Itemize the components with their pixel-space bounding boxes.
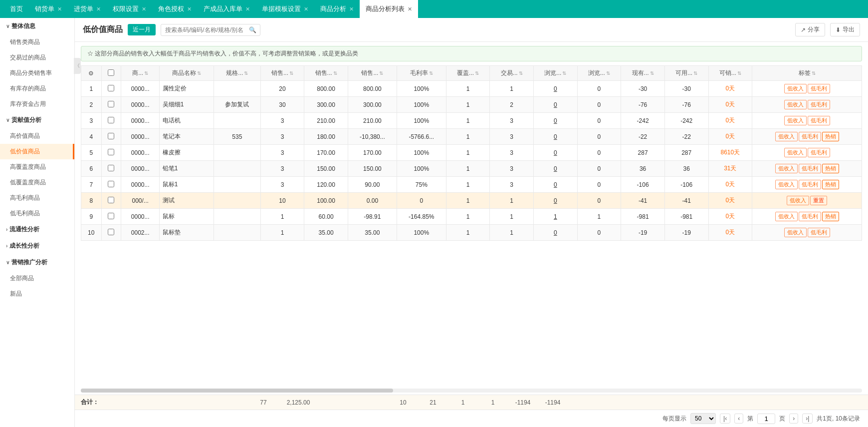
nav-product-analysis-list[interactable]: 商品分析列表✕ bbox=[360, 0, 418, 18]
close-purchase-order-icon[interactable]: ✕ bbox=[96, 6, 101, 12]
close-role-auth-icon[interactable]: ✕ bbox=[187, 6, 192, 12]
share-button[interactable]: ↗ 分享 bbox=[795, 23, 825, 36]
nav-product-analysis[interactable]: 商品分析✕ bbox=[314, 0, 360, 18]
scrollbar-thumb[interactable] bbox=[81, 389, 393, 393]
sidebar-item-inventory-capital[interactable]: 库存资金占用 bbox=[0, 96, 74, 112]
sidebar-section-growth[interactable]: › 成长性分析 bbox=[0, 238, 74, 254]
close-permissions-icon[interactable]: ✕ bbox=[142, 6, 146, 12]
close-product-analysis-icon[interactable]: ✕ bbox=[349, 6, 354, 12]
sidebar-item-high-coverage[interactable]: 高覆盖度商品 bbox=[0, 159, 74, 175]
row-checkbox[interactable] bbox=[108, 165, 114, 171]
cell-browse1[interactable]: 0 bbox=[534, 113, 578, 129]
cell-checkbox[interactable] bbox=[101, 177, 121, 193]
col-sellable[interactable]: 可销...⇅ bbox=[708, 66, 752, 81]
export-button[interactable]: ⬇ 导出 bbox=[830, 23, 860, 36]
cell-browse1[interactable]: 0 bbox=[534, 193, 578, 209]
sidebar-item-all-products[interactable]: 全部商品 bbox=[0, 271, 74, 286]
cell-checkbox[interactable] bbox=[101, 113, 121, 129]
col-margin[interactable]: 毛利率⇅ bbox=[397, 66, 446, 81]
sidebar-item-high-value[interactable]: 高价值商品 bbox=[0, 128, 74, 144]
row-checkbox[interactable] bbox=[108, 213, 114, 219]
col-available[interactable]: 可用...⇅ bbox=[664, 66, 708, 81]
sidebar-section-contribution[interactable]: ∨ 贡献值分析 bbox=[0, 112, 74, 128]
row-checkbox[interactable] bbox=[108, 85, 114, 91]
sidebar-section-circulation[interactable]: › 流通性分析 bbox=[0, 221, 74, 238]
cell-browse1[interactable]: 0 bbox=[534, 81, 578, 97]
row-checkbox[interactable] bbox=[108, 229, 114, 235]
sidebar-item-traded-products[interactable]: 交易过的商品 bbox=[0, 50, 74, 65]
sidebar-item-low-coverage[interactable]: 低覆盖度商品 bbox=[0, 175, 74, 190]
nav-role-auth[interactable]: 角色授权✕ bbox=[152, 0, 198, 18]
search-input[interactable] bbox=[161, 24, 260, 36]
page-number-input[interactable] bbox=[757, 414, 775, 424]
col-settings[interactable]: ⚙ bbox=[81, 66, 102, 81]
row-checkbox[interactable] bbox=[108, 117, 114, 123]
cell-browse1[interactable]: 0 bbox=[534, 161, 578, 177]
close-product-warehouse-icon[interactable]: ✕ bbox=[245, 6, 250, 12]
cell-checkbox[interactable] bbox=[101, 161, 121, 177]
cell-browse1[interactable]: 0 bbox=[534, 225, 578, 241]
col-coverage[interactable]: 覆盖...⇅ bbox=[446, 66, 490, 81]
nav-sales-order[interactable]: 销货单✕ bbox=[29, 0, 68, 18]
sidebar-item-category-sales-rate[interactable]: 商品分类销售率 bbox=[0, 65, 74, 81]
settings-icon[interactable]: ⚙ bbox=[88, 70, 94, 77]
close-template-icon[interactable]: ✕ bbox=[304, 6, 308, 12]
close-sales-order-icon[interactable]: ✕ bbox=[57, 6, 62, 12]
col-spec[interactable]: 规格...⇅ bbox=[214, 66, 260, 81]
col-sales2[interactable]: 销售...⇅ bbox=[304, 66, 348, 81]
row-checkbox[interactable] bbox=[108, 181, 114, 187]
cell-browse1[interactable]: 0 bbox=[534, 145, 578, 161]
col-browse1[interactable]: 浏览...⇅ bbox=[534, 66, 578, 81]
filter-recent-month-button[interactable]: 近一月 bbox=[128, 24, 156, 35]
nav-permissions[interactable]: 权限设置✕ bbox=[107, 0, 152, 18]
col-tags[interactable]: 标签⇅ bbox=[752, 66, 862, 81]
col-stock[interactable]: 现有...⇅ bbox=[621, 66, 665, 81]
col-sales3[interactable]: 销售...⇅ bbox=[348, 66, 397, 81]
cell-checkbox[interactable] bbox=[101, 225, 121, 241]
col-code[interactable]: 商...⇅ bbox=[121, 66, 159, 81]
cell-checkbox[interactable] bbox=[101, 145, 121, 161]
sidebar-item-stocked-products[interactable]: 有库存的商品 bbox=[0, 81, 74, 96]
row-checkbox[interactable] bbox=[108, 101, 114, 107]
sidebar-item-low-margin[interactable]: 低毛利商品 bbox=[0, 206, 74, 221]
sidebar-item-new-products[interactable]: 新品 bbox=[0, 286, 74, 302]
prev-page-button[interactable]: ‹ bbox=[734, 414, 743, 424]
cell-checkbox[interactable] bbox=[101, 129, 121, 145]
table-wrapper[interactable]: ⚙ 商...⇅ 商品名称⇅ 规格...⇅ 销售...⇅ 销售...⇅ 销售...… bbox=[75, 65, 868, 389]
sidebar-section-overall[interactable]: ∨ 整体信息 bbox=[0, 18, 74, 34]
select-all-checkbox[interactable] bbox=[108, 69, 114, 76]
nav-product-warehouse[interactable]: 产成品入库单✕ bbox=[198, 0, 256, 18]
row-checkbox[interactable] bbox=[108, 133, 114, 139]
next-page-button[interactable]: › bbox=[789, 414, 798, 424]
sidebar-collapse-button[interactable]: 《 bbox=[74, 58, 81, 74]
per-page-select[interactable]: 50 100 200 bbox=[690, 413, 716, 424]
col-name[interactable]: 商品名称⇅ bbox=[159, 66, 214, 81]
cell-checkbox[interactable] bbox=[101, 81, 121, 97]
cell-browse1[interactable]: 0 bbox=[534, 177, 578, 193]
cell-checkbox[interactable] bbox=[101, 193, 121, 209]
horizontal-scrollbar[interactable] bbox=[81, 389, 862, 393]
nav-template-settings[interactable]: 单据模板设置✕ bbox=[256, 0, 314, 18]
cell-browse1[interactable]: 1 bbox=[534, 209, 578, 225]
nav-home[interactable]: 首页 bbox=[4, 0, 29, 18]
cell-browse1[interactable]: 0 bbox=[534, 97, 578, 113]
sidebar-item-low-value[interactable]: 低价值商品 bbox=[0, 144, 74, 159]
first-page-button[interactable]: |‹ bbox=[720, 414, 730, 424]
last-page-button[interactable]: ›| bbox=[802, 414, 813, 424]
row-checkbox[interactable] bbox=[108, 197, 114, 203]
col-checkbox[interactable] bbox=[101, 66, 121, 81]
cell-checkbox[interactable] bbox=[101, 209, 121, 225]
col-sales1[interactable]: 销售...⇅ bbox=[260, 66, 304, 81]
cell-sales3: -10,380... bbox=[348, 129, 397, 145]
sidebar-section-marketing[interactable]: ∨ 营销推广分析 bbox=[0, 254, 74, 271]
nav-purchase-order[interactable]: 进货单✕ bbox=[68, 0, 107, 18]
col-browse2[interactable]: 浏览...⇅ bbox=[577, 66, 621, 81]
col-transaction[interactable]: 交易...⇅ bbox=[490, 66, 534, 81]
cell-browse1[interactable]: 0 bbox=[534, 129, 578, 145]
search-icon[interactable]: 🔍 bbox=[249, 26, 256, 33]
sidebar-item-high-margin[interactable]: 高毛利商品 bbox=[0, 190, 74, 206]
close-product-analysis-list-icon[interactable]: ✕ bbox=[408, 6, 412, 12]
sidebar-item-sales-products[interactable]: 销售类商品 bbox=[0, 34, 74, 50]
cell-checkbox[interactable] bbox=[101, 97, 121, 113]
row-checkbox[interactable] bbox=[108, 149, 114, 155]
